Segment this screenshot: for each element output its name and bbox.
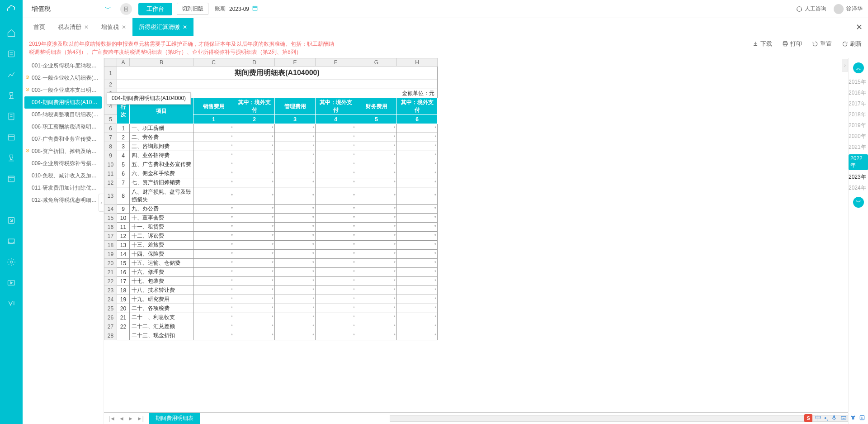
year-item[interactable]: 2016年: [849, 89, 868, 97]
table-cell[interactable]: 一、职工薪酬: [130, 124, 193, 133]
table-cell[interactable]: *: [397, 214, 438, 223]
year-item[interactable]: 2024年: [849, 184, 868, 192]
table-cell[interactable]: *: [397, 205, 438, 214]
table-cell[interactable]: *: [397, 142, 438, 151]
ime-mic-icon[interactable]: [831, 414, 837, 422]
table-cell[interactable]: *: [193, 142, 234, 151]
table-cell[interactable]: 三、咨询顾问费: [130, 142, 193, 151]
table-cell[interactable]: *: [275, 295, 316, 304]
table-cell[interactable]: *: [316, 223, 356, 232]
row-header[interactable]: 11: [104, 169, 117, 178]
table-cell[interactable]: *: [397, 304, 438, 313]
table-cell[interactable]: 六、佣金和手续费: [130, 169, 193, 178]
table-cell[interactable]: *: [356, 259, 397, 268]
table-cell[interactable]: 1: [117, 124, 130, 133]
print-button[interactable]: 打印: [782, 40, 802, 48]
table-cell[interactable]: *: [316, 268, 356, 277]
col-header[interactable]: A: [117, 58, 130, 67]
table-cell[interactable]: *: [316, 241, 356, 250]
doc-list-item[interactable]: 010-免税、减计收入及加计...: [23, 170, 104, 182]
doc-list-item[interactable]: 004-期间费用明细表(A104...: [24, 96, 102, 109]
doc-list-item[interactable]: ⊘008-资产折旧、摊销及纳税...: [23, 145, 104, 157]
table-cell[interactable]: *: [234, 178, 275, 187]
row-header[interactable]: 15: [104, 214, 117, 223]
row-header[interactable]: 20: [104, 259, 117, 268]
period-value[interactable]: 2023-09: [229, 6, 249, 12]
col-header[interactable]: H: [397, 58, 438, 67]
col-header[interactable]: C: [193, 58, 234, 67]
table-cell[interactable]: *: [356, 241, 397, 250]
table-cell[interactable]: *: [397, 286, 438, 295]
table-cell[interactable]: *: [193, 232, 234, 241]
row-header[interactable]: 21: [104, 268, 117, 277]
table-cell[interactable]: *: [356, 124, 397, 133]
table-cell[interactable]: 二十一、利息收支: [130, 313, 193, 322]
doc-list-item[interactable]: 001-企业所得税年度纳税申...: [23, 60, 104, 72]
table-cell[interactable]: *: [193, 295, 234, 304]
table-cell[interactable]: *: [316, 124, 356, 133]
table-cell[interactable]: 十四、保险费: [130, 250, 193, 259]
table-cell[interactable]: *: [356, 295, 397, 304]
table-cell[interactable]: *: [275, 124, 316, 133]
row-header[interactable]: 13: [104, 187, 117, 205]
table-cell[interactable]: *: [275, 187, 316, 205]
table-cell[interactable]: *: [316, 160, 356, 169]
row-header[interactable]: 7: [104, 133, 117, 142]
table-cell[interactable]: *: [275, 232, 316, 241]
nav-ledger-icon[interactable]: [6, 49, 16, 59]
nav-vip-icon[interactable]: [6, 299, 16, 309]
row-header[interactable]: 27: [104, 322, 117, 331]
table-cell[interactable]: 13: [117, 241, 130, 250]
table-cell[interactable]: *: [397, 241, 438, 250]
table-cell[interactable]: *: [356, 142, 397, 151]
table-cell[interactable]: 十三、差旅费: [130, 241, 193, 250]
table-cell[interactable]: 14: [117, 250, 130, 259]
table-cell[interactable]: *: [275, 205, 316, 214]
nav-video-icon[interactable]: [6, 278, 16, 288]
close-all-tabs-icon[interactable]: ✕: [856, 22, 863, 32]
table-cell[interactable]: [117, 331, 130, 340]
ime-keyboard-icon[interactable]: [840, 414, 847, 422]
row-header[interactable]: 12: [104, 178, 117, 187]
table-cell[interactable]: *: [234, 277, 275, 286]
table-cell[interactable]: 二、劳务费: [130, 133, 193, 142]
switch-old-button[interactable]: 切到旧版: [177, 3, 208, 15]
table-cell[interactable]: *: [316, 304, 356, 313]
doc-list-item[interactable]: ⊘003-一般企业成本支出明细...: [23, 84, 104, 96]
row-header[interactable]: 22: [104, 277, 117, 286]
table-cell[interactable]: 二十、各项税费: [130, 304, 193, 313]
table-cell[interactable]: *: [234, 268, 275, 277]
col-header[interactable]: E: [275, 58, 316, 67]
refresh-button[interactable]: 刷新: [842, 40, 862, 48]
table-cell[interactable]: *: [397, 331, 438, 340]
collapse-handle-icon[interactable]: ‹: [99, 194, 104, 212]
table-cell[interactable]: *: [397, 160, 438, 169]
table-cell[interactable]: *: [397, 124, 438, 133]
table-cell[interactable]: *: [234, 304, 275, 313]
table-cell[interactable]: *: [397, 313, 438, 322]
year-item[interactable]: 2022年: [849, 154, 868, 170]
table-cell[interactable]: *: [193, 241, 234, 250]
table-cell[interactable]: *: [356, 205, 397, 214]
table-cell[interactable]: *: [356, 187, 397, 205]
table-cell[interactable]: *: [397, 187, 438, 205]
year-item[interactable]: 2021年: [849, 143, 868, 151]
table-cell[interactable]: 十九、研究费用: [130, 295, 193, 304]
table-cell[interactable]: *: [397, 223, 438, 232]
year-item[interactable]: 2020年: [849, 133, 868, 140]
table-cell[interactable]: *: [316, 214, 356, 223]
table-cell[interactable]: *: [193, 250, 234, 259]
doc-list-item[interactable]: 009-企业所得税弥补亏损明...: [23, 157, 104, 170]
table-cell[interactable]: 18: [117, 286, 130, 295]
table-cell[interactable]: *: [275, 169, 316, 178]
table-cell[interactable]: *: [316, 232, 356, 241]
table-cell[interactable]: *: [356, 304, 397, 313]
table-cell[interactable]: *: [356, 268, 397, 277]
table-cell[interactable]: 十五、运输、仓储费: [130, 259, 193, 268]
table-cell[interactable]: *: [316, 169, 356, 178]
table-cell[interactable]: 二十三、现金折扣: [130, 331, 193, 340]
table-cell[interactable]: *: [193, 187, 234, 205]
table-cell[interactable]: *: [356, 133, 397, 142]
tab[interactable]: 增值税✕: [95, 18, 132, 36]
chevron-down-icon[interactable]: ﹀: [105, 5, 111, 13]
